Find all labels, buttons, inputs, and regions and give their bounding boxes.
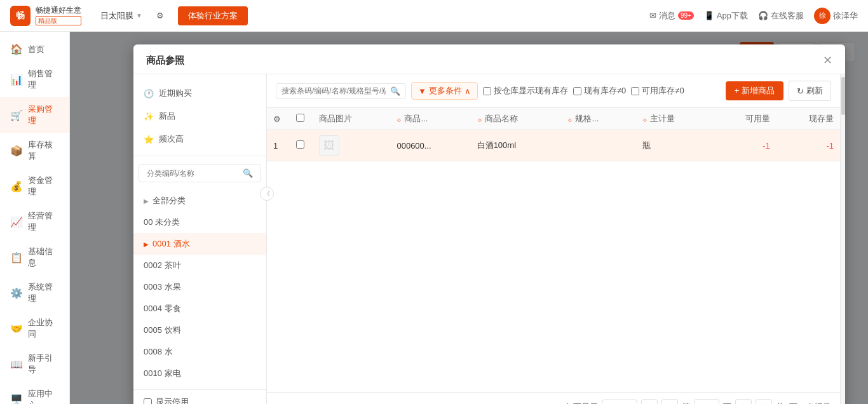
sidebar-item-inventory[interactable]: 📦 库存核算 (0, 133, 69, 168)
page-suffix: 页 (723, 401, 731, 404)
checkbox-stock[interactable]: 现有库存≠0 (573, 85, 626, 97)
per-page-select[interactable]: 50 100 (602, 400, 637, 405)
show-disabled-label: 显示停用 (156, 396, 189, 404)
left-tab-frequent[interactable]: ⭐ 频次高 (133, 128, 266, 151)
sidebar-item-system[interactable]: ⚙️ 系统管理 (0, 275, 69, 311)
cat-0005[interactable]: 0005 饮料 (133, 320, 266, 341)
row-select-checkbox[interactable] (296, 140, 304, 149)
per-page-label: 每页显示 (565, 401, 598, 404)
cat-all[interactable]: ▶ 全部分类 (133, 190, 266, 212)
row-spec (561, 130, 635, 161)
app-download-btn[interactable]: 📱 App下载 (704, 10, 748, 22)
sidebar-basic-label: 基础信息 (28, 246, 59, 269)
show-disabled-checkbox[interactable] (144, 398, 152, 405)
sidebar-item-finance[interactable]: 💰 资金管理 (0, 168, 69, 204)
add-product-btn[interactable]: + 新增商品 (726, 81, 783, 100)
messages-btn[interactable]: ✉ 消息 99+ (649, 10, 694, 22)
modal-header: 商品参照 ✕ (133, 44, 845, 74)
col-spec[interactable]: ⬦ 规格... (561, 108, 635, 130)
finance-icon: 💰 (10, 180, 23, 192)
row-unit: 瓶 (636, 130, 713, 161)
cat-0001[interactable]: ▶ 0001 酒水 (133, 233, 266, 255)
online-service-btn[interactable]: 🎧 在线客服 (758, 10, 804, 22)
checkbox-available[interactable]: 可用库存≠0 (631, 85, 684, 97)
sidebar-item-sales[interactable]: 📊 销售管理 (0, 62, 69, 97)
home-icon: 🏠 (10, 43, 23, 55)
layout: 🏠 首页 📊 销售管理 🛒 采购管理 📦 库存核算 💰 资金管理 📈 经营管理 … (0, 32, 868, 404)
online-service-label: 在线客服 (771, 10, 804, 22)
cat-00[interactable]: 00 未分类 (133, 212, 266, 233)
sidebar-apps-label: 应用中心 (28, 388, 59, 404)
cat-0002[interactable]: 0002 茶叶 (133, 255, 266, 276)
cat-0010[interactable]: 0010 家电 (133, 363, 266, 384)
sidebar-item-business[interactable]: 📈 经营管理 (0, 204, 69, 239)
main-content: 查询 刷新 设置 商品参照 ✕ 🕐 近期购买 (70, 32, 868, 404)
row-available: -1 (712, 130, 776, 161)
nav-selector-label: 日太阳膜 (100, 10, 133, 22)
select-all-checkbox[interactable] (296, 114, 304, 122)
left-divider (133, 156, 266, 156)
category-tree: ▶ 全部分类 00 未分类 ▶ 0001 酒水 0002 茶叶 (133, 185, 266, 389)
first-page-btn[interactable]: ⟨⟨ (641, 399, 658, 404)
table-row[interactable]: 1 🖼 000600... (267, 130, 840, 161)
cat-0008[interactable]: 0008 水 (133, 341, 266, 363)
last-page-btn[interactable]: ⟩⟩ (756, 399, 772, 404)
page-input[interactable] (694, 399, 719, 404)
username: 徐泽华 (833, 10, 858, 22)
sidebar-item-apps[interactable]: 🖥️ 应用中心 (0, 382, 69, 404)
row-code: 000600... (390, 130, 470, 161)
col-checkbox[interactable] (290, 108, 313, 130)
row-checkbox[interactable] (290, 130, 313, 161)
cat-0003[interactable]: 0003 水果 (133, 276, 266, 298)
star-icon: ⭐ (144, 135, 154, 144)
modal-title: 商品参照 (146, 55, 184, 67)
col-name[interactable]: ⬦ 商品名称 (471, 108, 562, 130)
sidebar-home-label: 首页 (28, 44, 44, 55)
next-page-btn[interactable]: ⟩ (735, 399, 752, 404)
show-disabled-area: 显示停用 (133, 389, 266, 404)
category-search-input[interactable] (147, 169, 239, 178)
left-tab-new[interactable]: ✨ 新品 (133, 105, 266, 128)
sidebar-item-basic[interactable]: 📋 基础信息 (0, 239, 69, 275)
refresh-product-btn[interactable]: ↻ 刷新 (789, 81, 831, 101)
scrollbar-thumb[interactable] (841, 77, 845, 115)
collapse-left-btn[interactable]: 《 (260, 187, 274, 201)
col-unit[interactable]: ⬦ 主计量 (636, 108, 713, 130)
available-checkbox[interactable] (631, 87, 639, 95)
scrollbar (840, 74, 845, 404)
sidebar-item-home[interactable]: 🏠 首页 (0, 37, 69, 62)
warehouse-checkbox[interactable] (483, 87, 491, 95)
collab-icon: 🤝 (10, 323, 23, 335)
arrow-icon: ▶ (144, 241, 149, 248)
settings-icon[interactable]: ⚙ (150, 6, 170, 26)
product-search-input[interactable] (281, 86, 386, 95)
user-menu[interactable]: 徐 徐泽华 (814, 8, 858, 24)
sidebar-sales-label: 销售管理 (28, 68, 59, 91)
left-tab-recent[interactable]: 🕐 近期购买 (133, 82, 266, 105)
nav-selector[interactable]: 日太阳膜 ▼ (100, 10, 142, 22)
product-table: ⚙ 商品图片 (267, 108, 840, 161)
prev-page-btn[interactable]: ⟨ (661, 399, 678, 404)
pagination: 每页显示 50 100 ⟨⟨ ⟨ 第 页 ⟩ ⟩⟩ 共1页, 1条记录 (267, 392, 840, 404)
category-search-icon[interactable]: 🔍 (243, 168, 253, 178)
filter-btn[interactable]: ▼ 更多条件 ∧ (411, 82, 478, 100)
sidebar-guide-label: 新手引导 (28, 353, 59, 375)
sidebar-item-guide[interactable]: 📖 新手引导 (0, 346, 69, 382)
exp-btn[interactable]: 体验行业方案 (178, 6, 248, 25)
guide-icon: 📖 (10, 358, 23, 370)
col-code[interactable]: ⬦ 商品... (390, 108, 470, 130)
page-word: 第 (682, 401, 690, 404)
avatar: 徐 (814, 8, 831, 24)
col-settings[interactable]: ⚙ (267, 108, 290, 130)
stock-checkbox[interactable] (573, 87, 581, 95)
sidebar-item-collab[interactable]: 🤝 企业协同 (0, 311, 69, 346)
sidebar-item-purchase[interactable]: 🛒 采购管理 (0, 97, 69, 133)
checkbox-warehouse[interactable]: 按仓库显示现有库存 (483, 85, 568, 97)
cat-0004[interactable]: 0004 零食 (133, 298, 266, 320)
sort-icon3: ⬦ (567, 114, 573, 124)
search-icon[interactable]: 🔍 (390, 86, 400, 96)
nav-right: ✉ 消息 99+ 📱 App下载 🎧 在线客服 徐 徐泽华 (649, 8, 858, 24)
clock-icon: 🕐 (144, 89, 154, 98)
close-icon[interactable]: ✕ (823, 53, 832, 67)
gear-icon[interactable]: ⚙ (273, 114, 281, 124)
